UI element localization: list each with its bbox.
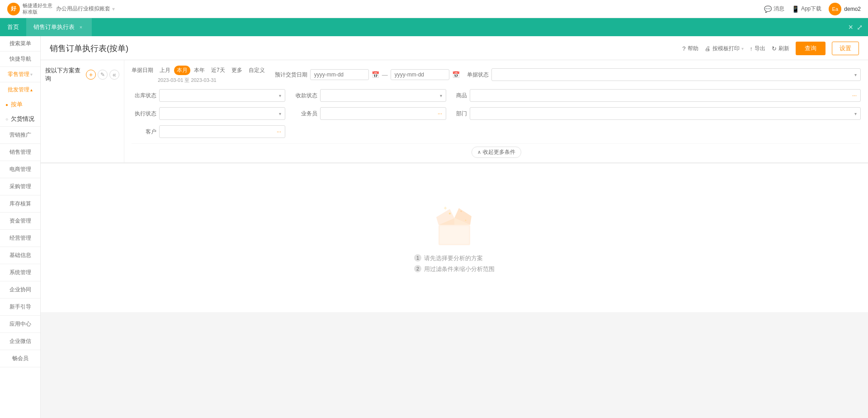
date-separator: — bbox=[382, 71, 388, 78]
expected-date-group: 预计交货日期 📅 — 📅 bbox=[275, 69, 460, 80]
sidebar-item-marketing[interactable]: 营销推广 bbox=[0, 127, 40, 144]
svg-rect-5 bbox=[440, 226, 469, 244]
date-tab-more[interactable]: 更多 bbox=[229, 66, 245, 75]
tab-bar-actions: × ⤢ bbox=[843, 18, 868, 36]
avatar: Ea bbox=[829, 3, 841, 15]
exec-status-group: 执行状态 ▾ bbox=[132, 107, 285, 120]
customer-more-icon: ··· bbox=[277, 128, 281, 135]
breadcrumb[interactable]: 办公用品行业模拟账套 ▾ bbox=[56, 5, 115, 13]
date-tab-custom[interactable]: 自定义 bbox=[246, 66, 268, 75]
sidebar-item-finance[interactable]: 资金管理 bbox=[0, 213, 40, 230]
goods-group: 商品 ··· bbox=[453, 89, 861, 102]
receipt-arrow: ▾ bbox=[440, 93, 442, 98]
sidebar-quick-nav[interactable]: 快捷导航 bbox=[0, 52, 40, 67]
tab-bar: 首页 销售订单执行表 × × ⤢ bbox=[0, 18, 868, 36]
date-tabs: 上月 本月 本年 近7天 更多 自定义 bbox=[157, 66, 268, 75]
header-actions: ? 帮助 🖨 按模板打印 ▾ ↑ 导出 ↻ 刷新 bbox=[682, 42, 859, 55]
expected-date-start-input[interactable] bbox=[310, 69, 369, 80]
date-label: 单据日期 bbox=[132, 66, 153, 74]
sidebar-item-member[interactable]: 畅会员 bbox=[0, 350, 40, 367]
sidebar-search[interactable]: 搜索菜单 bbox=[0, 36, 40, 52]
page-header: 销售订单执行表(按单) ? 帮助 🖨 按模板打印 ▾ ↑ 导出 bbox=[41, 36, 868, 60]
goods-more-icon: ··· bbox=[852, 92, 857, 99]
calendar-icon-end[interactable]: 📅 bbox=[452, 71, 460, 78]
filter-row-1: 单据日期 上月 本月 本年 近7天 更多 自定义 2023-03-0 bbox=[132, 66, 861, 84]
sidebar-item-retail[interactable]: 零售管理 ▾ bbox=[0, 67, 40, 82]
top-bar: 好 畅捷通好生意 标准版 办公用品行业模拟账套 ▾ 💬 消息 📱 App下载 E… bbox=[0, 0, 868, 18]
edit-scheme-button[interactable]: ✎ bbox=[98, 70, 108, 80]
sidebar-item-appstore[interactable]: 应用中心 bbox=[0, 316, 40, 333]
sidebar-item-operation[interactable]: 经营管理 bbox=[0, 230, 40, 247]
dept-group: 部门 ▾ bbox=[453, 107, 861, 120]
sidebar-item-system[interactable]: 系统管理 bbox=[0, 264, 40, 281]
collapse-scheme-button[interactable]: « bbox=[109, 70, 119, 80]
sidebar-item-purchase[interactable]: 采购管理 bbox=[0, 178, 40, 195]
collapse-button[interactable]: ∧ 收起更多条件 bbox=[472, 147, 521, 158]
goods-input[interactable]: ··· bbox=[470, 89, 861, 102]
exec-arrow: ▾ bbox=[279, 111, 281, 116]
sidebar-item-ecommerce[interactable]: 电商管理 bbox=[0, 161, 40, 178]
dept-select[interactable]: ▾ bbox=[470, 107, 861, 120]
exec-status-select[interactable]: ▾ bbox=[159, 107, 285, 120]
calendar-icon-start[interactable]: 📅 bbox=[372, 71, 379, 78]
logo-area: 好 畅捷通好生意 标准版 bbox=[7, 3, 52, 15]
goods-label: 商品 bbox=[453, 92, 467, 100]
date-tab-7days[interactable]: 近7天 bbox=[208, 66, 228, 75]
query-button[interactable]: 查询 bbox=[796, 42, 826, 55]
filter-row-2: 出库状态 ▾ 收款状态 ▾ 商品 bbox=[132, 89, 861, 102]
filter-scheme-area: 按以下方案查询 + ✎ « 单据日期 bbox=[41, 60, 868, 163]
refresh-button[interactable]: ↻ 刷新 bbox=[772, 45, 789, 52]
date-tab-this-month[interactable]: 本月 bbox=[174, 66, 190, 75]
delivery-status-label: 出库状态 bbox=[132, 92, 156, 100]
expected-date-end-input[interactable] bbox=[391, 69, 449, 80]
message-button[interactable]: 💬 消息 bbox=[764, 5, 784, 13]
app-download-button[interactable]: 📱 App下载 bbox=[792, 5, 821, 13]
sidebar-item-inventory[interactable]: 库存核算 bbox=[0, 195, 40, 213]
tab-active[interactable]: 销售订单执行表 × bbox=[26, 18, 92, 36]
close-window-icon[interactable]: × bbox=[848, 23, 853, 32]
tab-home[interactable]: 首页 bbox=[0, 18, 26, 36]
date-tab-this-year[interactable]: 本年 bbox=[191, 66, 208, 75]
sidebar-item-newbie[interactable]: 新手引导 bbox=[0, 299, 40, 316]
scheme-panel-header: 按以下方案查询 + ✎ « bbox=[41, 65, 124, 86]
sidebar-item-basic[interactable]: 基础信息 bbox=[0, 247, 40, 264]
export-button[interactable]: ↑ 导出 bbox=[750, 45, 766, 52]
sidebar-item-wholesale[interactable]: 批发管理 ▴ bbox=[0, 82, 40, 97]
top-bar-left: 好 畅捷通好生意 标准版 办公用品行业模拟账套 ▾ bbox=[7, 3, 115, 15]
salesperson-label: 业务员 bbox=[292, 110, 317, 118]
filter-row-4: 客户 ··· bbox=[132, 125, 861, 138]
sidebar-wholesale-group: 批发管理 ▴ ● 按单 ○ 欠货情况 bbox=[0, 82, 40, 127]
receipt-status-select[interactable]: ▾ bbox=[320, 89, 446, 102]
add-scheme-button[interactable]: + bbox=[86, 70, 96, 80]
main-layout: 搜索菜单 快捷导航 零售管理 ▾ 批发管理 ▴ ● 按单 ○ 欠货情况 营销推广… bbox=[0, 36, 868, 418]
sidebar-sub-order[interactable]: ● 按单 bbox=[0, 97, 40, 112]
delivery-status-select[interactable]: ▾ bbox=[159, 89, 285, 102]
sidebar-item-sales[interactable]: 销售管理 bbox=[0, 144, 40, 161]
date-tab-last-month[interactable]: 上月 bbox=[157, 66, 173, 75]
user-area[interactable]: Ea demo2 bbox=[829, 3, 861, 15]
tab-close-button[interactable]: × bbox=[77, 24, 85, 31]
logo-text: 畅捷通好生意 标准版 bbox=[23, 3, 52, 14]
doc-status-select[interactable]: ▾ bbox=[491, 68, 861, 81]
sidebar-retail-group: 零售管理 ▾ bbox=[0, 67, 40, 82]
collapse-bar: ∧ 收起更多条件 bbox=[132, 143, 861, 162]
maximize-icon[interactable]: ⤢ bbox=[857, 23, 863, 32]
dept-label: 部门 bbox=[453, 110, 467, 118]
salesperson-input[interactable]: ··· bbox=[320, 107, 446, 120]
svg-point-6 bbox=[449, 213, 451, 214]
page-title: 销售订单执行表(按单) bbox=[50, 43, 128, 54]
customer-input[interactable]: ··· bbox=[159, 125, 285, 138]
sidebar-item-company[interactable]: 企业协同 bbox=[0, 281, 40, 299]
delivery-arrow: ▾ bbox=[279, 93, 281, 98]
empty-illustration bbox=[427, 200, 481, 254]
doc-status-arrow: ▾ bbox=[854, 72, 857, 77]
print-button[interactable]: 🖨 按模板打印 ▾ bbox=[705, 45, 744, 52]
sidebar-item-wechat[interactable]: 企业微信 bbox=[0, 333, 40, 350]
empty-tip-2: 2 用过滤条件来缩小分析范围 bbox=[414, 265, 495, 273]
exec-status-label: 执行状态 bbox=[132, 110, 156, 118]
filter-row-3: 执行状态 ▾ 业务员 ··· 部门 bbox=[132, 107, 861, 120]
help-button[interactable]: ? 帮助 bbox=[682, 45, 698, 52]
settings-button[interactable]: 设置 bbox=[832, 42, 859, 55]
sidebar-sub-debt[interactable]: ○ 欠货情况 bbox=[0, 112, 40, 126]
scheme-panel-title: 按以下方案查询 bbox=[45, 66, 86, 83]
